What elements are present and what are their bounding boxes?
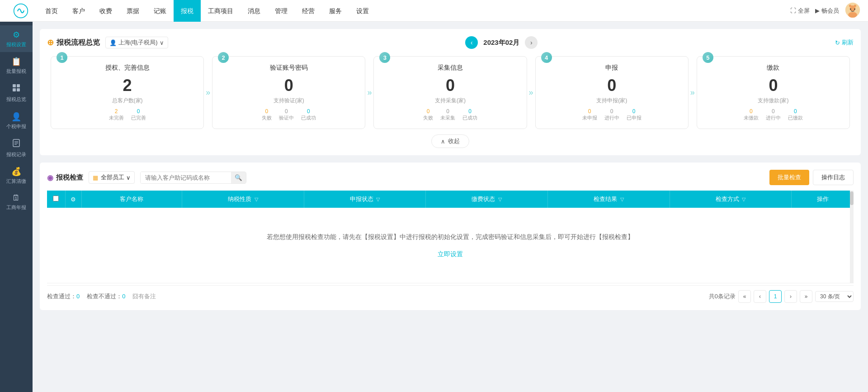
sidebar-item-personal-tax[interactable]: 👤 个税申报 <box>0 107 33 134</box>
current-page: 1 <box>769 290 782 303</box>
member-label: 畅会员 <box>821 7 839 15</box>
member-btn[interactable]: ▶ 畅会员 <box>815 7 839 15</box>
per-page-select[interactable]: 30 条/页 50 条/页 100 条/页 <box>815 291 854 302</box>
location-selector[interactable]: 👤 上海(电子税局) ∨ <box>105 37 168 48</box>
step-title-3: 采集信息 <box>381 64 519 72</box>
step-detail-unfilled[interactable]: 2 未完善 <box>109 108 124 121</box>
step-detail-fail-3[interactable]: 0 失败 <box>423 108 433 121</box>
sidebar-item-batch-tax[interactable]: 📋 批量报税 <box>0 52 33 79</box>
sidebar-item-annual-report[interactable]: 🗓 工商年报 <box>0 189 33 215</box>
sidebar-label-annual-report: 工商年报 <box>6 205 26 210</box>
step-detail-unpaid-5[interactable]: 0 未缴款 <box>744 108 759 121</box>
sidebar-item-tax-record[interactable]: 报税记录 <box>0 134 33 162</box>
batch-check-btn[interactable]: 批量检查 <box>769 170 809 185</box>
step-detail-value-inprogress-4: 0 <box>604 108 619 115</box>
nav-home[interactable]: 首页 <box>38 0 65 22</box>
top-navigation: 首页 客户 收费 票据 记账 报税 工商项目 消息 管理 经营 服务 设置 ⛶ … <box>0 0 868 22</box>
check-panel: ◉ 报税检查 ▦ 全部员工 ∨ 🔍 批量检查 操作日志 <box>40 163 861 310</box>
step-detail-inprogress-5[interactable]: 0 进行中 <box>766 108 781 121</box>
step-detail-undeclared-4[interactable]: 0 未申报 <box>582 108 597 121</box>
th-check-result-label: 检查结果 <box>594 196 617 202</box>
step-detail-success-3[interactable]: 0 已成功 <box>462 108 477 121</box>
step-detail-paid-5[interactable]: 0 已缴款 <box>788 108 803 121</box>
filter-icon-2[interactable]: ▽ <box>376 196 380 202</box>
settings-icon[interactable]: ⚙ <box>71 196 76 203</box>
operation-log-btn[interactable]: 操作日志 <box>813 170 854 185</box>
nav-accounting[interactable]: 记账 <box>146 0 174 22</box>
nav-customer[interactable]: 客户 <box>65 0 92 22</box>
step-detail-value-filled: 0 <box>131 108 146 115</box>
nav-manage[interactable]: 管理 <box>268 0 295 22</box>
step-value-1: 2 <box>58 76 196 95</box>
arrow-3: » <box>529 88 533 97</box>
next-page-btn[interactable]: › <box>784 290 797 303</box>
step-detail-declared-4[interactable]: 0 已申报 <box>627 108 642 121</box>
footer-note: 囧有备注 <box>132 292 156 301</box>
search-input[interactable] <box>141 172 231 183</box>
nav-service[interactable]: 服务 <box>322 0 349 22</box>
th-declare-status-label: 申报状态 <box>350 196 373 202</box>
nav-tax[interactable]: 报税 <box>174 0 201 22</box>
prev-month-btn[interactable]: ‹ <box>465 36 478 49</box>
next-month-btn[interactable]: › <box>525 36 538 49</box>
prev-page-btn[interactable]: ‹ <box>754 290 766 303</box>
step-detail-label-verifying-2: 验证中 <box>279 115 294 120</box>
sidebar-item-tax-overview[interactable]: 报税总览 <box>0 79 33 107</box>
sidebar-label-tax-record: 报税记录 <box>6 152 26 158</box>
step-value-2: 0 <box>220 76 358 95</box>
nav-message[interactable]: 消息 <box>241 0 268 22</box>
step-details-5: 0 未缴款 0 进行中 0 已缴款 <box>704 108 842 121</box>
search-box: 🔍 <box>140 172 246 184</box>
annual-tax-icon: 💰 <box>11 167 21 177</box>
collapse-btn[interactable]: ∧ 收起 <box>431 134 469 148</box>
sidebar-item-tax-settings[interactable]: ⚙ 报税设置 <box>0 25 33 52</box>
first-page-btn[interactable]: « <box>738 290 751 303</box>
svg-rect-10 <box>13 88 16 91</box>
step-title-2: 验证账号密码 <box>220 64 358 72</box>
employee-selector[interactable]: ▦ 全部员工 ∨ <box>89 171 135 184</box>
step-detail-value-success-2: 0 <box>301 108 316 115</box>
nav-operation[interactable]: 经营 <box>295 0 322 22</box>
nav-fee[interactable]: 收费 <box>92 0 119 22</box>
step-detail-label-uncollected-3: 未采集 <box>440 115 455 120</box>
nav-settings[interactable]: 设置 <box>349 0 376 22</box>
step-detail-uncollected-3[interactable]: 0 未采集 <box>440 108 455 121</box>
table-wrapper: ⚙ 客户名称 纳税性质 ▽ 申报状态 ▽ <box>47 191 854 283</box>
step-details-2: 0 失败 0 验证中 0 已成功 <box>220 108 358 121</box>
step-detail-verifying-2[interactable]: 0 验证中 <box>279 108 294 121</box>
pass-stat: 检查通过：0 <box>47 292 80 301</box>
filter-icon-3[interactable]: ▽ <box>498 196 502 202</box>
check-title: ◉ 报税检查 <box>47 173 83 182</box>
nav-business[interactable]: 工商项目 <box>201 0 241 22</box>
step-detail-success-2[interactable]: 0 已成功 <box>301 108 316 121</box>
empty-state-row: 若您想使用报税检查功能，请先在【报税设置】中进行报税的初始化设置，完成密码验证和… <box>47 208 854 283</box>
last-page-btn[interactable]: » <box>800 290 812 303</box>
filter-icon-4[interactable]: ▽ <box>620 196 624 202</box>
app-logo[interactable] <box>7 3 34 19</box>
fail-value[interactable]: 0 <box>122 293 125 300</box>
panel-header: ⊕ 报税流程总览 👤 上海(电子税局) ∨ ‹ 2023年02月 › ↻ 刷新 <box>47 36 854 49</box>
select-all-checkbox[interactable] <box>53 196 59 201</box>
step-details-3: 0 失败 0 未采集 0 已成功 <box>381 108 519 121</box>
filter-icon-1[interactable]: ▽ <box>255 196 258 202</box>
dropdown-icon: ∨ <box>126 174 131 181</box>
filter-icon-5[interactable]: ▽ <box>742 196 745 202</box>
search-button[interactable]: 🔍 <box>231 172 246 183</box>
step-number-4: 4 <box>541 52 552 63</box>
sidebar-item-annual-tax[interactable]: 💰 汇算清缴 <box>0 162 33 189</box>
fullscreen-btn[interactable]: ⛶ 全屏 <box>790 7 810 15</box>
step-detail-value-inprogress-5: 0 <box>766 108 781 115</box>
step-detail-inprogress-4[interactable]: 0 进行中 <box>604 108 619 121</box>
svg-point-5 <box>854 5 856 7</box>
step-detail-value-verifying-2: 0 <box>279 108 294 115</box>
settings-link[interactable]: 立即设置 <box>438 250 463 258</box>
step-detail-fail-2[interactable]: 0 失败 <box>262 108 272 121</box>
nav-invoice[interactable]: 票据 <box>119 0 146 22</box>
refresh-btn[interactable]: ↻ 刷新 <box>835 38 854 47</box>
tax-record-icon <box>12 139 21 150</box>
th-tax-nature-label: 纳税性质 <box>228 196 251 202</box>
step-detail-filled[interactable]: 0 已完善 <box>131 108 146 121</box>
avatar[interactable] <box>844 2 861 19</box>
pass-value[interactable]: 0 <box>76 293 80 300</box>
table-scrollbar[interactable] <box>850 191 854 283</box>
